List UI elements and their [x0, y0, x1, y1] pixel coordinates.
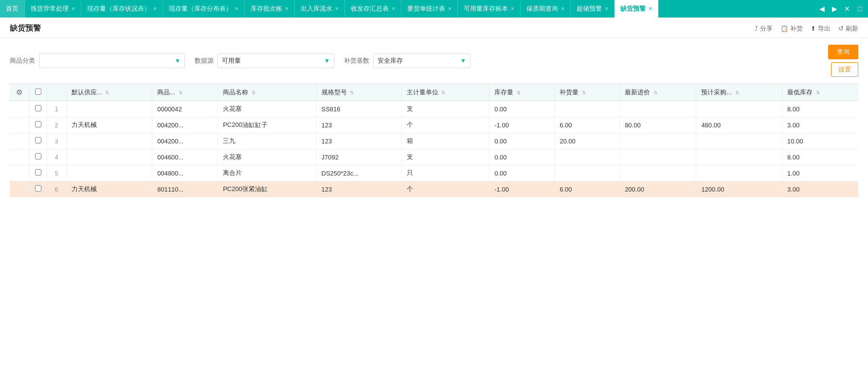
row-code-4: 004800...: [152, 165, 218, 181]
tab-close-inout-flow[interactable]: ×: [335, 5, 339, 12]
tab-batch-account[interactable]: 库存批次账 ×: [245, 0, 295, 18]
replenish-basis-select[interactable]: 安全库存 ▼: [373, 53, 470, 68]
row-gear-5: [10, 181, 29, 197]
tab-close-abnormal[interactable]: ×: [72, 5, 75, 12]
col-default-supplier[interactable]: 默认供应... ⇅: [66, 84, 152, 101]
share-button[interactable]: ⤴ 分享: [755, 24, 773, 33]
row-gear-0: [10, 101, 29, 117]
row-checkbox-2[interactable]: [29, 133, 47, 149]
export-button[interactable]: ⬆ 导出: [811, 24, 831, 33]
tab-close-demand-stat[interactable]: ×: [448, 5, 452, 12]
table-row: 2力天机械004200...PC200油缸缸子123个-1.006.0080.0…: [10, 117, 858, 133]
gear-icon[interactable]: ⚙: [16, 88, 22, 96]
col-estimated-purchase[interactable]: 预计采购... ⇅: [696, 84, 782, 101]
row-gear-3: [10, 149, 29, 165]
row-replenish-1: 6.00: [555, 117, 620, 133]
tab-maximize-button[interactable]: □: [853, 2, 866, 15]
tab-inventory-status[interactable]: 现存量（库存状况表） ×: [81, 0, 163, 18]
row-select-3[interactable]: [35, 153, 41, 159]
row-select-5[interactable]: [35, 185, 41, 192]
row-code-5: 801110...: [152, 181, 218, 197]
refresh-button[interactable]: ↺ 刷新: [838, 24, 858, 33]
tab-close-inventory-dist[interactable]: ×: [235, 5, 238, 12]
tab-abnormal[interactable]: 拣货异常处理 ×: [25, 0, 81, 18]
row-select-0[interactable]: [35, 105, 41, 111]
row-supplier-4: [66, 165, 152, 181]
col-spec[interactable]: 规格型号 ⇅: [316, 84, 401, 101]
tab-prev-button[interactable]: ◀: [815, 2, 828, 15]
datasource-select[interactable]: 可用量 ▼: [217, 53, 334, 68]
tab-close-expiry-query[interactable]: ×: [561, 5, 564, 12]
tab-usable-ledger[interactable]: 可用量库存账本 ×: [458, 0, 521, 18]
row-replenish-4: [555, 165, 620, 181]
row-min-4: 1.00: [782, 165, 858, 181]
tab-close-batch-account[interactable]: ×: [285, 5, 289, 12]
row-price-1: 80.00: [620, 117, 696, 133]
col-stock-qty[interactable]: 库存量 ⇅: [489, 84, 555, 101]
row-spec-2: 123: [316, 133, 401, 149]
tab-close-usable-ledger[interactable]: ×: [511, 5, 514, 12]
replenish-button[interactable]: 📋 补货: [780, 24, 803, 33]
page-title: 缺货预警: [10, 23, 41, 34]
col-product-name[interactable]: 商品名称 ⇅: [218, 84, 316, 101]
row-stock-3: 0.00: [489, 149, 555, 165]
col-index: [47, 84, 66, 101]
tab-next-button[interactable]: ▶: [828, 2, 841, 15]
export-icon: ⬆: [811, 25, 816, 32]
sort-name-icon: ⇅: [252, 90, 255, 95]
category-arrow-icon: ▼: [175, 57, 181, 64]
row-select-4[interactable]: [35, 169, 41, 176]
tab-close-shortage[interactable]: ×: [649, 5, 652, 12]
row-checkbox-1[interactable]: [29, 117, 47, 133]
tab-expiry-query[interactable]: 保质期查询 ×: [521, 0, 571, 18]
row-replenish-5: 6.00: [555, 181, 620, 197]
row-supplier-2: [66, 133, 152, 149]
tab-shortage[interactable]: 缺货预警 ×: [615, 0, 658, 18]
row-checkbox-0[interactable]: [29, 101, 47, 117]
col-replenish-qty[interactable]: 补货量 ⇅: [555, 84, 620, 101]
sort-spec-icon: ⇅: [350, 90, 354, 95]
row-code-0: 0000042: [152, 101, 218, 117]
refresh-icon: ↺: [838, 25, 844, 32]
select-all-checkbox[interactable]: [35, 88, 41, 95]
sort-price-icon: ⇅: [653, 90, 657, 95]
row-checkbox-4[interactable]: [29, 165, 47, 181]
tab-close-collect-summary[interactable]: ×: [392, 5, 395, 12]
row-index-2: 3: [47, 133, 66, 149]
row-code-2: 004200...: [152, 133, 218, 149]
row-unit-1: 个: [401, 117, 489, 133]
tab-inout-flow[interactable]: 出入库流水 ×: [295, 0, 345, 18]
row-checkbox-5[interactable]: [29, 181, 47, 197]
tab-close-window-button[interactable]: ✕: [841, 2, 853, 15]
row-name-4: 离合片: [218, 165, 316, 181]
col-gear[interactable]: ⚙: [10, 84, 29, 101]
col-unit[interactable]: 主计量单位 ⇅: [401, 84, 489, 101]
settings-button[interactable]: 设置: [831, 62, 858, 77]
tab-demand-stat[interactable]: 要货单统计表 ×: [401, 0, 458, 18]
row-name-3: 火花塞: [218, 149, 316, 165]
row-select-2[interactable]: [35, 137, 41, 143]
col-min-stock[interactable]: 最低库存 ⇅: [782, 84, 858, 101]
row-min-0: 8.00: [782, 101, 858, 117]
tab-close-overstock[interactable]: ×: [605, 5, 608, 12]
row-replenish-2: 20.00: [555, 133, 620, 149]
tab-close-inventory-status[interactable]: ×: [153, 5, 157, 12]
table-row: 10000042火花塞SS816支0.008.00: [10, 101, 858, 117]
col-product-code[interactable]: 商品... ⇅: [152, 84, 218, 101]
row-checkbox-3[interactable]: [29, 149, 47, 165]
row-purchase-2: [696, 133, 782, 149]
col-latest-price[interactable]: 最新进价 ⇅: [620, 84, 696, 101]
tab-home[interactable]: 首页: [0, 0, 25, 18]
row-name-5: PC200张紧油缸: [218, 181, 316, 197]
category-select[interactable]: ▼: [39, 53, 185, 68]
row-select-1[interactable]: [35, 121, 41, 127]
shortage-table: ⚙ 默认供应... ⇅ 商品... ⇅ 商品名称: [10, 84, 858, 197]
category-label: 商品分类: [10, 56, 35, 65]
tab-collect-summary[interactable]: 收发存汇总表 ×: [345, 0, 401, 18]
query-button[interactable]: 查询: [828, 45, 858, 59]
tab-inventory-dist[interactable]: 现存量（库存分布表） ×: [163, 0, 245, 18]
row-gear-1: [10, 117, 29, 133]
row-min-1: 3.00: [782, 117, 858, 133]
tab-overstock[interactable]: 超储预警 ×: [571, 0, 615, 18]
sort-supplier-icon: ⇅: [105, 90, 109, 95]
